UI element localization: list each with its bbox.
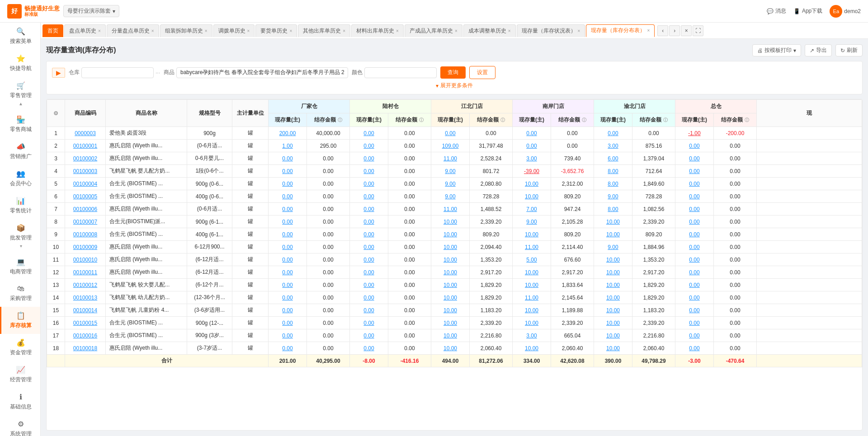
sidebar-item-member[interactable]: 👥 会员中心	[0, 165, 40, 192]
cell-na-qty[interactable]: 10.00	[513, 228, 551, 241]
cell-l-qty[interactable]: 0.00	[350, 253, 388, 266]
sidebar-item-ecommerce[interactable]: 💻 电商管理	[0, 253, 40, 280]
cell-jb-qty[interactable]: 10.00	[431, 291, 470, 304]
cell-z-qty[interactable]: 0.00	[675, 165, 714, 178]
user-area[interactable]: Ea demo2	[830, 5, 861, 18]
refresh-btn[interactable]: ↻ 刷新	[835, 44, 863, 56]
close-icon[interactable]: ×	[247, 28, 250, 33]
cell-l-qty[interactable]: 0.00	[350, 279, 388, 291]
cell-jb-qty[interactable]: 10.00	[431, 329, 470, 342]
gear-icon2[interactable]: ⚙	[53, 110, 58, 117]
cell-code[interactable]: 00100004	[65, 178, 106, 190]
cell-l-qty[interactable]: 0.00	[350, 216, 388, 228]
cell-yb-qty[interactable]: 6.00	[594, 152, 632, 165]
tab-fraction-stocktake[interactable]: 分量盘点单历史 ×	[107, 24, 159, 37]
cell-z-qty[interactable]: 0.00	[675, 304, 714, 317]
cell-code[interactable]: 00100011	[65, 266, 106, 279]
cell-l-qty[interactable]: 0.00	[350, 140, 388, 152]
search-button[interactable]: 查询	[440, 66, 466, 79]
cell-code[interactable]: 00100014	[65, 304, 106, 317]
cell-f-qty[interactable]: 200.00	[269, 127, 307, 140]
cell-jb-qty[interactable]: 10.00	[431, 304, 470, 317]
cell-f-qty[interactable]: 0.00	[269, 152, 307, 165]
tab-expand-btn[interactable]: ⛶	[693, 25, 703, 36]
cell-code[interactable]: 00100018	[65, 342, 106, 355]
cell-jb-qty[interactable]: 10.00	[431, 266, 470, 279]
cell-yb-qty[interactable]: 9.00	[594, 190, 632, 203]
cell-yb-qty[interactable]: 10.00	[594, 317, 632, 329]
sidebar-item-finance[interactable]: 💰 资金管理	[0, 334, 40, 361]
close-icon[interactable]: ×	[578, 28, 580, 33]
cell-code[interactable]: 00100013	[65, 291, 106, 304]
cell-code[interactable]: 00100009	[65, 241, 106, 253]
cell-yb-qty[interactable]: 10.00	[594, 329, 632, 342]
cell-z-qty[interactable]: 0.00	[675, 253, 714, 266]
sidebar-item-search[interactable]: 🔍 搜索英单	[0, 23, 40, 50]
cell-l-qty[interactable]: 0.00	[350, 304, 388, 317]
cell-code[interactable]: 00100002	[65, 152, 106, 165]
cell-f-qty[interactable]: 0.00	[269, 241, 307, 253]
cell-jb-qty[interactable]: 10.00	[431, 279, 470, 291]
cell-code[interactable]: 00100006	[65, 203, 106, 216]
cell-yb-qty[interactable]: 9.00	[594, 241, 632, 253]
expand-conditions-btn[interactable]: ▾ 展开更多条件	[436, 82, 473, 89]
sidebar-item-basic-info[interactable]: ℹ 基础信息	[0, 388, 40, 415]
cell-yb-qty[interactable]: 10.00	[594, 216, 632, 228]
tab-close-btn[interactable]: ×	[681, 25, 692, 36]
cell-jb-qty[interactable]: 11.00	[431, 203, 470, 216]
sidebar-item-wholesale[interactable]: 📦 批发管理 ▾	[0, 219, 40, 253]
cell-z-qty[interactable]: 0.00	[675, 190, 714, 203]
tab-assembly[interactable]: 组装拆卸单历史 ×	[160, 24, 212, 37]
cell-code[interactable]: 00100016	[65, 329, 106, 342]
cell-code[interactable]: 00100001	[65, 140, 106, 152]
print-btn[interactable]: 🖨 按模板打印 ▾	[752, 44, 801, 56]
cell-f-qty[interactable]: 0.00	[269, 329, 307, 342]
cell-jb-qty[interactable]: 10.00	[431, 342, 470, 355]
cell-code[interactable]: 00100008	[65, 228, 106, 241]
cell-f-qty[interactable]: 0.00	[269, 216, 307, 228]
tab-finished-inbound[interactable]: 产成品入库单历史 ×	[405, 24, 462, 37]
cell-yb-qty[interactable]: 8.00	[594, 165, 632, 178]
color-input[interactable]	[364, 67, 437, 78]
cell-na-qty[interactable]: 9.00	[513, 216, 551, 228]
cell-z-qty[interactable]: 0.00	[675, 203, 714, 216]
sidebar-item-inventory[interactable]: 📋 库存核算	[0, 307, 40, 334]
app-download-btn[interactable]: 📱 App下载	[793, 7, 822, 15]
cell-na-qty[interactable]: 10.00	[513, 178, 551, 190]
cell-l-qty[interactable]: 0.00	[350, 190, 388, 203]
tab-transfer[interactable]: 调拨单历史 ×	[213, 24, 255, 37]
close-icon[interactable]: ×	[343, 28, 345, 33]
cell-z-qty[interactable]: 0.00	[675, 178, 714, 190]
cell-z-qty[interactable]: -1.00	[675, 127, 714, 140]
cell-f-qty[interactable]: 0.00	[269, 165, 307, 178]
setting-button[interactable]: 设置	[469, 66, 495, 79]
cell-jb-qty[interactable]: 10.00	[431, 228, 470, 241]
cell-yb-qty[interactable]: 10.00	[594, 266, 632, 279]
cell-yb-qty[interactable]: 10.00	[594, 291, 632, 304]
cell-z-qty[interactable]: 0.00	[675, 342, 714, 355]
cell-f-qty[interactable]: 0.00	[269, 291, 307, 304]
tab-requisition[interactable]: 要货单历史 ×	[255, 24, 297, 37]
sidebar-item-purchase[interactable]: 🛍 采购管理	[0, 280, 40, 307]
sidebar-item-operations[interactable]: 📈 经营管理	[0, 361, 40, 388]
cell-jb-qty[interactable]: 10.00	[431, 253, 470, 266]
cell-yb-qty[interactable]: 3.00	[594, 140, 632, 152]
cell-jb-qty[interactable]: 10.00	[431, 317, 470, 329]
sidebar-item-quick-nav[interactable]: ⭐ 快捷导航	[0, 50, 40, 77]
cell-code[interactable]: 00100010	[65, 253, 106, 266]
cell-f-qty[interactable]: 0.00	[269, 342, 307, 355]
warehouse-input[interactable]	[81, 67, 154, 78]
cell-l-qty[interactable]: 0.00	[350, 165, 388, 178]
cell-na-qty[interactable]: 10.00	[513, 342, 551, 355]
sidebar-item-retail-stats[interactable]: 📊 零售统计	[0, 192, 40, 219]
cell-jb-qty[interactable]: 9.00	[431, 178, 470, 190]
tab-cost-adjust[interactable]: 成本调整单历史 ×	[463, 24, 516, 37]
tab-inventory-status[interactable]: 现存量（库存状况表） ×	[517, 24, 585, 37]
tab-material-outbound[interactable]: 材料出库单历史 ×	[351, 24, 404, 37]
sidebar-item-marketing[interactable]: 📣 营销推广	[0, 138, 40, 165]
tab-stocktake-history[interactable]: 盘点单历史 ×	[64, 24, 106, 37]
close-icon[interactable]: ×	[151, 28, 154, 33]
toggle-arrow[interactable]: ▶	[52, 68, 65, 78]
cell-z-qty[interactable]: 0.00	[675, 291, 714, 304]
cell-na-qty[interactable]: 10.00	[513, 190, 551, 203]
